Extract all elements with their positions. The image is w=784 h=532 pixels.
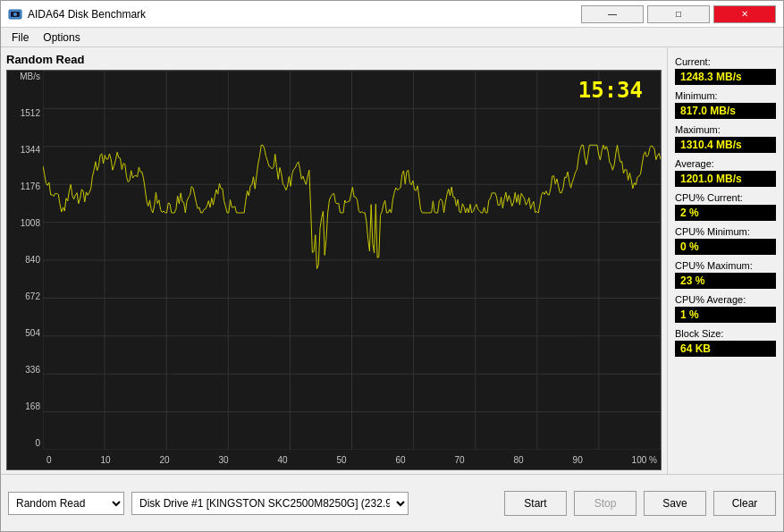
cpu-average-label: CPU% Average: [675,294,776,305]
y-label-1008: 1008 [21,219,40,228]
y-label-1176: 1176 [21,182,40,191]
chart-timestamp: 15:34 [578,78,643,103]
y-label-504: 504 [25,329,40,338]
average-value: 1201.0 MB/s [675,171,776,187]
chart-plot-area [43,71,661,450]
window-title: AIDA64 Disk Benchmark [28,8,146,21]
main-area: Random Read MB/s 1512 1344 1176 1008 840… [1,47,667,474]
maximum-value: 1310.4 MB/s [675,137,776,153]
minimum-label: Minimum: [675,90,776,101]
cpu-average-value: 1 % [675,307,776,323]
x-label-10: 10 [100,455,110,465]
y-unit: MB/s [20,72,40,81]
title-bar-left: AIDA64 Disk Benchmark [8,7,146,21]
x-label-70: 70 [455,455,465,465]
sidebar: Current: 1248.3 MB/s Minimum: 817.0 MB/s… [667,47,783,474]
cpu-current-value: 2 % [675,205,776,221]
y-label-168: 168 [25,402,40,411]
cpu-minimum-label: CPU% Minimum: [675,226,776,237]
y-label-840: 840 [25,256,40,265]
bottom-toolbar: Random Read Sequential Read Random Write… [1,474,783,531]
app-icon [8,7,22,21]
current-label: Current: [675,56,776,67]
start-button[interactable]: Start [504,491,567,516]
x-axis: 0 10 20 30 40 50 60 70 80 90 100 % [43,450,661,469]
svg-point-2 [13,13,17,16]
maximize-button[interactable]: □ [647,5,710,23]
disk-chart-canvas [43,71,661,450]
x-label-40: 40 [278,455,288,465]
window-controls: — □ ✕ [581,5,776,23]
x-label-30: 30 [218,455,228,465]
cpu-maximum-value: 23 % [675,273,776,289]
block-size-value: 64 KB [675,341,776,357]
cpu-maximum-label: CPU% Maximum: [675,260,776,271]
x-label-60: 60 [396,455,406,465]
x-label-80: 80 [514,455,524,465]
y-label-0: 0 [35,439,40,448]
drive-dropdown[interactable]: Disk Drive #1 [KINGSTON SKC2500M8250G] (… [131,492,409,515]
block-size-label: Block Size: [675,328,776,339]
x-label-0: 0 [46,455,52,465]
current-value: 1248.3 MB/s [675,69,776,85]
mode-dropdown[interactable]: Random Read Sequential Read Random Write… [8,492,124,515]
minimum-value: 817.0 MB/s [675,103,776,119]
clear-button[interactable]: Clear [713,491,776,516]
y-label-672: 672 [25,292,40,301]
menu-options[interactable]: Options [36,30,87,46]
y-label-1344: 1344 [21,146,40,155]
maximum-label: Maximum: [675,124,776,135]
app-window: AIDA64 Disk Benchmark — □ ✕ File Options… [0,0,784,532]
cpu-minimum-value: 0 % [675,239,776,255]
y-axis: MB/s 1512 1344 1176 1008 840 672 504 336… [7,71,43,450]
chart-title: Random Read [6,53,662,66]
menubar: File Options [1,28,783,47]
title-bar: AIDA64 Disk Benchmark — □ ✕ [1,1,783,28]
minimize-button[interactable]: — [581,5,644,23]
y-label-336: 336 [25,366,40,375]
x-label-20: 20 [159,455,169,465]
y-label-1512: 1512 [21,109,40,118]
chart-container: MB/s 1512 1344 1176 1008 840 672 504 336… [6,70,662,470]
save-button[interactable]: Save [644,491,706,516]
content-area: Random Read MB/s 1512 1344 1176 1008 840… [1,47,783,474]
x-label-90: 90 [573,455,583,465]
cpu-current-label: CPU% Current: [675,192,776,203]
x-label-50: 50 [337,455,347,465]
menu-file[interactable]: File [4,30,36,46]
average-label: Average: [675,158,776,169]
stop-button[interactable]: Stop [574,491,636,516]
x-label-100: 100 % [632,455,657,465]
close-button[interactable]: ✕ [713,5,776,23]
